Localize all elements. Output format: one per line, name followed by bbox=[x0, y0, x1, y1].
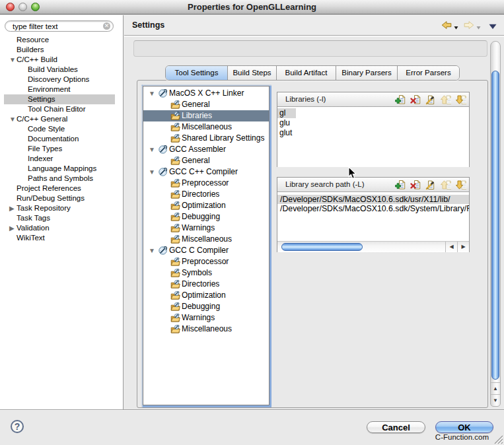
sidebar-item-c-c-build[interactable]: ▼C/C++ Build bbox=[4, 55, 115, 65]
view-menu-icon[interactable] bbox=[489, 20, 497, 32]
horizontal-scrollbar-thumb[interactable] bbox=[281, 243, 363, 251]
sidebar-item-discovery-options[interactable]: Discovery Options bbox=[4, 75, 115, 85]
tool-tree-item-preprocessor[interactable]: Preprocessor bbox=[143, 256, 269, 267]
sidebar-item-run-debug-settings[interactable]: Run/Debug Settings bbox=[4, 193, 115, 203]
move-up-icon[interactable] bbox=[441, 180, 451, 190]
tool-tree-item-general[interactable]: General bbox=[143, 99, 269, 110]
tool-tree-item-optimization[interactable]: Optimization bbox=[143, 200, 269, 211]
edit-icon[interactable] bbox=[425, 94, 436, 105]
footer: ? Cancel OK C-Function.com bbox=[0, 411, 504, 445]
scroll-down-button[interactable]: ▼ bbox=[491, 394, 500, 406]
tool-tree-item-optimization[interactable]: Optimization bbox=[143, 290, 269, 301]
expanded-twistie-icon[interactable]: ▼ bbox=[9, 114, 16, 124]
sidebar-item-project-references[interactable]: Project References bbox=[4, 184, 115, 193]
sidebar-item-settings[interactable]: Settings bbox=[4, 94, 115, 104]
library-item-glut[interactable]: glut bbox=[277, 128, 469, 138]
edit-icon[interactable] bbox=[425, 180, 436, 190]
tool-tree-item-debugging[interactable]: Debugging bbox=[143, 301, 269, 312]
cancel-button[interactable]: Cancel bbox=[367, 421, 425, 433]
tab-tool-settings[interactable]: Tool Settings bbox=[166, 66, 228, 80]
add-icon[interactable] bbox=[395, 94, 406, 105]
delete-icon[interactable] bbox=[410, 180, 421, 190]
forward-arrow-icon[interactable] bbox=[464, 20, 474, 32]
tab-error-parsers[interactable]: Error Parsers bbox=[398, 66, 459, 80]
tool-tree-item-gcc-c-compiler[interactable]: ▼ GCC C Compiler bbox=[143, 245, 269, 256]
category-folder-icon bbox=[170, 100, 180, 109]
resize-grip[interactable] bbox=[493, 434, 503, 444]
tool-tree-item-libraries[interactable]: Libraries bbox=[143, 110, 269, 121]
sidebar-item-wikitext[interactable]: WikiText bbox=[4, 233, 115, 243]
scroll-right-button[interactable]: ▶ bbox=[457, 242, 469, 252]
sidebar-item-validation[interactable]: ▶Validation bbox=[4, 223, 115, 233]
tool-tree-item-shared-library-settings[interactable]: Shared Library Settings bbox=[143, 133, 269, 144]
tab-build-steps[interactable]: Build Steps bbox=[228, 66, 277, 80]
sidebar-item-indexer[interactable]: Indexer bbox=[4, 154, 115, 164]
collapsed-twistie-icon[interactable]: ▶ bbox=[9, 203, 16, 213]
move-up-icon[interactable] bbox=[441, 94, 451, 105]
sidebar-item-resource[interactable]: Resource bbox=[4, 35, 115, 45]
category-folder-icon bbox=[170, 314, 180, 322]
add-icon[interactable] bbox=[395, 180, 406, 190]
expanded-twistie-icon[interactable]: ▼ bbox=[149, 166, 155, 178]
tool-tree-item-gcc-c-compiler[interactable]: ▼ GCC C++ Compiler bbox=[143, 166, 269, 178]
library-item-gl[interactable]: gl bbox=[277, 108, 469, 118]
sidebar-item-file-types[interactable]: File Types bbox=[4, 144, 115, 154]
filter-input[interactable]: type filter text ✕ bbox=[5, 20, 114, 32]
tool-tree-item-general[interactable]: General bbox=[143, 155, 269, 166]
tool-tree-item-preprocessor[interactable]: Preprocessor bbox=[143, 178, 269, 189]
category-folder-icon bbox=[170, 325, 180, 333]
sidebar-item-task-repository[interactable]: ▶Task Repository bbox=[4, 203, 115, 213]
tool-tree-item-gcc-assembler[interactable]: ▼ GCC Assembler bbox=[143, 144, 269, 155]
help-button[interactable]: ? bbox=[11, 420, 24, 433]
tab-build-artifact[interactable]: Build Artifact bbox=[277, 66, 336, 80]
sidebar-item-c-c-general[interactable]: ▼C/C++ General bbox=[4, 114, 115, 124]
tool-tree-item-miscellaneous[interactable]: Miscellaneous bbox=[143, 121, 269, 133]
ok-button[interactable]: OK bbox=[435, 421, 493, 433]
sidebar-item-builders[interactable]: Builders bbox=[4, 45, 115, 55]
search-path-item[interactable]: /Developer/SDKs/MacOSX10.6.sdk/usr/X11/l… bbox=[277, 195, 469, 204]
tool-tree-item-label: Debugging bbox=[182, 211, 220, 222]
forward-menu-icon[interactable] bbox=[476, 20, 481, 32]
sidebar-item-tool-chain-editor[interactable]: Tool Chain Editor bbox=[4, 104, 115, 114]
library-item-glu[interactable]: glu bbox=[277, 118, 469, 128]
sidebar-item-build-variables[interactable]: Build Variables bbox=[4, 65, 115, 75]
tool-tree-item-label: Preprocessor bbox=[182, 256, 229, 267]
expanded-twistie-icon[interactable]: ▼ bbox=[149, 88, 155, 99]
sidebar-item-environment[interactable]: Environment bbox=[4, 85, 115, 94]
tool-tree-item-symbols[interactable]: Symbols bbox=[143, 267, 269, 279]
expanded-twistie-icon[interactable]: ▼ bbox=[9, 55, 16, 65]
tool-tree-item-directories[interactable]: Directories bbox=[143, 189, 269, 200]
titlebar[interactable]: Properties for OpenGLLearning bbox=[0, 0, 504, 15]
vertical-scrollbar-thumb[interactable] bbox=[491, 71, 499, 380]
tool-tree-item-warnings[interactable]: Warnings bbox=[143, 222, 269, 234]
sidebar-item-paths-and-symbols[interactable]: Paths and Symbols bbox=[4, 174, 115, 184]
category-folder-icon bbox=[170, 269, 180, 277]
scroll-left-button[interactable]: ◀ bbox=[445, 242, 457, 252]
sidebar-item-code-style[interactable]: Code Style bbox=[4, 124, 115, 134]
clear-filter-icon[interactable]: ✕ bbox=[103, 22, 110, 30]
tool-tree-item-directories[interactable]: Directories bbox=[143, 279, 269, 290]
tool-tree-item-warnings[interactable]: Warnings bbox=[143, 312, 269, 324]
search-path-item[interactable]: /Developer/SDKs/MacOSX10.6.sdk/System/Li… bbox=[277, 204, 469, 213]
tool-tree-item-miscellaneous[interactable]: Miscellaneous bbox=[143, 234, 269, 245]
expanded-twistie-icon[interactable]: ▼ bbox=[149, 245, 155, 256]
sidebar-item-documentation[interactable]: Documentation bbox=[4, 134, 115, 144]
tab-binary-parsers[interactable]: Binary Parsers bbox=[336, 66, 398, 80]
expanded-twistie-icon[interactable]: ▼ bbox=[149, 144, 155, 155]
tool-tree-item-label: GCC Assembler bbox=[169, 144, 226, 155]
sidebar-item-task-tags[interactable]: Task Tags bbox=[4, 213, 115, 223]
back-arrow-icon[interactable] bbox=[441, 20, 452, 32]
vertical-scrollbar[interactable]: ▲ ▼ bbox=[490, 41, 501, 407]
tool-tree-item-macos-x-c-linker[interactable]: ▼ MacOS X C++ Linker bbox=[143, 88, 269, 99]
sidebar-item-language-mappings[interactable]: Language Mappings bbox=[4, 164, 115, 174]
collapsed-twistie-icon[interactable]: ▶ bbox=[9, 223, 16, 233]
move-down-icon[interactable] bbox=[456, 94, 466, 105]
move-down-icon[interactable] bbox=[456, 180, 466, 190]
tool-tree-item-debugging[interactable]: Debugging bbox=[143, 211, 269, 222]
horizontal-scrollbar[interactable]: ◀ ▶ bbox=[277, 241, 469, 252]
search-path-toolbar bbox=[390, 180, 466, 190]
back-menu-icon[interactable] bbox=[454, 20, 458, 32]
tool-tree-item-miscellaneous[interactable]: Miscellaneous bbox=[143, 324, 269, 335]
scroll-up-button[interactable]: ▲ bbox=[491, 382, 500, 394]
delete-icon[interactable] bbox=[410, 94, 421, 105]
